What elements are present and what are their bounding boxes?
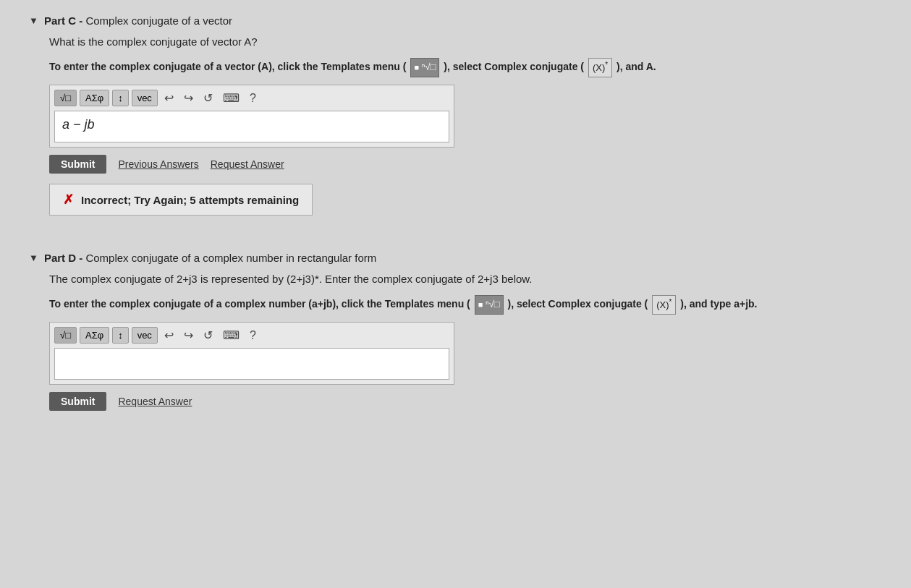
part-c-previous-answers-button[interactable]: Previous Answers [118, 158, 198, 170]
part-c-question: What is the complex conjugate of vector … [49, 35, 882, 48]
part-c-title: Part C - Complex conjugate of a vector [44, 14, 232, 27]
part-c-section: ▼ Part C - Complex conjugate of a vector… [29, 14, 882, 230]
toolbar-undo-icon-c[interactable]: ↩ [161, 90, 177, 106]
toolbar-sqrt-btn-d[interactable]: √□ [54, 327, 77, 344]
part-d-instruction: To enter the complex conjugate of a comp… [49, 295, 882, 315]
toolbar-refresh-icon-d[interactable]: ↺ [200, 327, 216, 344]
part-c-request-answer-button[interactable]: Request Answer [211, 158, 284, 170]
toolbar-redo-icon-d[interactable]: ↪ [180, 327, 197, 344]
toolbar-arrow-btn-c[interactable]: ↕ [112, 90, 129, 106]
part-d-section: ▼ Part D - Complex conjugate of a comple… [29, 252, 882, 411]
conjugate-icon-c: (X)* [588, 58, 612, 77]
toolbar-keyboard-icon-c[interactable]: ⌨ [219, 90, 243, 106]
toolbar-undo-icon-d[interactable]: ↩ [161, 327, 177, 344]
part-c-instruction: To enter the complex conjugate of a vect… [49, 58, 882, 77]
toolbar-help-icon-c[interactable]: ? [246, 90, 260, 106]
part-c-math-input[interactable]: a − jb [54, 111, 449, 142]
part-d-title: Part D - Complex conjugate of a complex … [44, 252, 376, 264]
incorrect-icon-c: ✗ [63, 192, 74, 208]
part-d-question: The complex conjugate of 2+j3 is represe… [49, 273, 882, 285]
conjugate-icon-d: (X)* [652, 295, 676, 315]
part-d-request-answer-button[interactable]: Request Answer [118, 396, 192, 407]
toolbar-arrow-btn-d[interactable]: ↕ [112, 327, 129, 344]
part-c-actions: Submit Previous Answers Request Answer [49, 155, 882, 174]
toolbar-help-icon-d[interactable]: ? [246, 328, 260, 344]
part-d-submit-button[interactable]: Submit [49, 392, 106, 411]
part-c-header: ▼ Part C - Complex conjugate of a vector [29, 14, 882, 27]
templates-menu-icon-c: ■ ⁿ√□ [410, 58, 439, 77]
part-c-submit-button[interactable]: Submit [49, 155, 106, 174]
part-c-editor: √□ AΣφ ↕ vec ↩ ↪ ↺ ⌨ ? a − jb [49, 85, 454, 148]
toolbar-keyboard-icon-d[interactable]: ⌨ [219, 327, 243, 344]
part-c-feedback: ✗ Incorrect; Try Again; 5 attempts remai… [49, 184, 313, 216]
part-d-actions: Submit Request Answer [49, 392, 882, 411]
part-c-collapse-arrow[interactable]: ▼ [29, 15, 38, 26]
part-d-editor: √□ AΣφ ↕ vec ↩ ↪ ↺ ⌨ ? [49, 322, 454, 385]
toolbar-alpha-btn-c[interactable]: AΣφ [80, 90, 109, 106]
toolbar-vec-btn-d[interactable]: vec [132, 327, 158, 344]
templates-menu-icon-d: ■ ⁿ√□ [475, 295, 504, 315]
part-d-toolbar: √□ AΣφ ↕ vec ↩ ↪ ↺ ⌨ ? [54, 327, 449, 344]
part-c-toolbar: √□ AΣφ ↕ vec ↩ ↪ ↺ ⌨ ? [54, 90, 449, 106]
toolbar-alpha-btn-d[interactable]: AΣφ [80, 327, 109, 344]
toolbar-vec-btn-c[interactable]: vec [132, 90, 158, 106]
part-d-collapse-arrow[interactable]: ▼ [29, 252, 38, 263]
toolbar-refresh-icon-c[interactable]: ↺ [200, 90, 216, 106]
toolbar-redo-icon-c[interactable]: ↪ [180, 90, 197, 106]
toolbar-sqrt-btn-c[interactable]: √□ [54, 90, 77, 106]
part-d-math-input[interactable] [54, 348, 449, 380]
part-d-header: ▼ Part D - Complex conjugate of a comple… [29, 252, 882, 264]
part-c-feedback-text: Incorrect; Try Again; 5 attempts remaini… [81, 194, 299, 206]
